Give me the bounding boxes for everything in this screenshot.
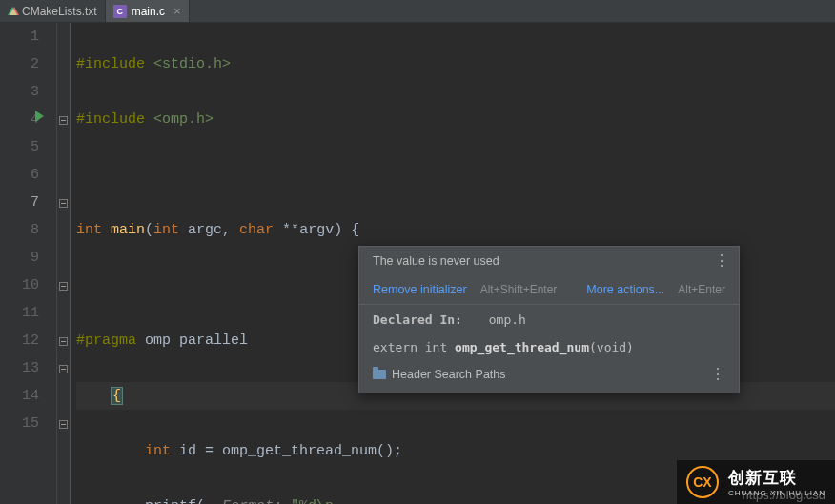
fold-toggle-icon[interactable] bbox=[59, 365, 68, 373]
quick-fix-row: Remove initializer Alt+Shift+Enter More … bbox=[359, 275, 739, 304]
folder-icon bbox=[373, 370, 386, 379]
more-icon[interactable]: ⋮ bbox=[714, 254, 729, 268]
declaration-text: extern int omp_get_thread_num(void) bbox=[359, 334, 739, 364]
inspection-warning: The value is never used ⋮ bbox=[359, 247, 739, 275]
watermark: CX 创新互联 CHUANG XIN HU LIAN bbox=[677, 460, 835, 504]
declared-in-row: Declared In: omp.h bbox=[359, 304, 739, 334]
tab-label: main.c bbox=[132, 5, 165, 18]
fold-toggle-icon[interactable] bbox=[59, 116, 68, 125]
shortcut-label: Alt+Shift+Enter bbox=[480, 283, 558, 296]
line-number-gutter: 1 2 3 4 5 6 7 8 9 10 11 12 13 14 15 bbox=[0, 23, 57, 504]
fold-toggle-icon[interactable] bbox=[59, 337, 68, 346]
header-search-paths-row[interactable]: Header Search Paths ⋮ bbox=[359, 364, 739, 393]
more-icon[interactable]: ⋮ bbox=[710, 368, 725, 381]
c-file-icon: C bbox=[113, 5, 127, 18]
close-icon[interactable]: × bbox=[173, 4, 181, 18]
run-gutter-icon[interactable] bbox=[35, 111, 44, 122]
tab-label: CMakeLists.txt bbox=[22, 5, 97, 18]
watermark-text: 创新互联 CHUANG XIN HU LIAN bbox=[728, 467, 825, 497]
tab-bar: CMakeLists.txt C main.c × bbox=[0, 0, 835, 23]
tab-main-c[interactable]: C main.c × bbox=[106, 0, 190, 22]
fold-toggle-icon[interactable] bbox=[59, 199, 68, 208]
fold-toggle-icon[interactable] bbox=[59, 282, 68, 291]
cmake-icon bbox=[8, 7, 17, 15]
remove-initializer-action[interactable]: Remove initializer bbox=[373, 283, 467, 296]
more-actions-link[interactable]: More actions... bbox=[586, 283, 664, 296]
inspection-popup: The value is never used ⋮ Remove initial… bbox=[358, 246, 740, 393]
watermark-logo-icon: CX bbox=[686, 466, 719, 498]
fold-column bbox=[57, 23, 71, 504]
fold-toggle-icon[interactable] bbox=[59, 420, 68, 429]
tab-cmakelists[interactable]: CMakeLists.txt bbox=[0, 0, 106, 22]
shortcut-label: Alt+Enter bbox=[678, 283, 725, 296]
